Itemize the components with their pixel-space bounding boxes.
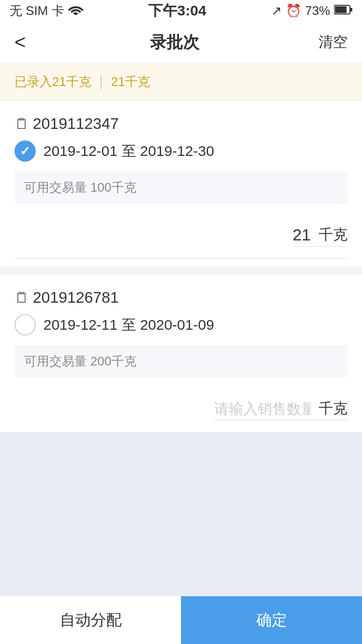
back-button[interactable]: < <box>10 27 30 58</box>
batch-card-1-inner: 🗒 2019112347 2019-12-01 至 2019-12-30 可用交… <box>0 100 362 204</box>
battery-icon <box>334 3 352 18</box>
batch-date-row-2[interactable]: 2019-12-11 至 2020-01-09 <box>14 314 348 336</box>
batch-available-2: 可用交易量 200千克 <box>14 345 348 378</box>
batch-date-1: 2019-12-01 至 2019-12-30 <box>43 141 214 161</box>
section-divider <box>0 266 362 274</box>
info-divider <box>101 75 101 89</box>
location-icon: ↗ <box>271 3 282 18</box>
quantity-unit-1: 千克 <box>319 225 348 245</box>
radio-checked-1[interactable] <box>14 140 36 162</box>
quantity-input-2[interactable] <box>214 401 311 417</box>
info-bar: 已录入21千克 21千克 <box>0 64 362 100</box>
wifi-icon <box>68 3 84 18</box>
input-row-2[interactable]: 千克 <box>0 387 362 433</box>
svg-rect-3 <box>335 6 347 13</box>
batch-id-row-2: 🗒 2019126781 <box>14 289 348 307</box>
quantity-row-1: 21 千克 <box>0 213 362 258</box>
batch-id-2: 2019126781 <box>33 289 119 307</box>
input-unit-2: 千克 <box>319 399 348 419</box>
bottom-bar: 自动分配 确定 <box>0 596 362 644</box>
batch-id-1: 2019112347 <box>33 115 119 133</box>
batch-card-2-inner: 🗒 2019126781 2019-12-11 至 2020-01-09 可用交… <box>0 274 362 378</box>
batch-icon-2: 🗒 <box>14 290 29 306</box>
time-display: 下午3:04 <box>148 1 206 21</box>
status-right: ↗ ⏰ 73% <box>271 3 352 18</box>
batch-date-2: 2019-12-11 至 2020-01-09 <box>43 315 214 335</box>
batch-card-2: 🗒 2019126781 2019-12-11 至 2020-01-09 可用交… <box>0 274 362 433</box>
no-sim-text: 无 SIM 卡 <box>10 2 64 19</box>
battery-text: 73% <box>305 3 330 18</box>
confirm-button[interactable]: 确定 <box>181 596 362 644</box>
radio-unchecked-2[interactable] <box>14 314 36 336</box>
alarm-icon: ⏰ <box>286 3 301 18</box>
batch-icon-1: 🗒 <box>14 116 29 132</box>
page-title: 录批次 <box>150 31 199 54</box>
svg-rect-2 <box>350 8 352 12</box>
recorded-amount-label: 已录入21千克 <box>14 73 91 90</box>
status-bar: 无 SIM 卡 下午3:04 ↗ ⏰ 73% <box>0 0 362 21</box>
nav-bar: < 录批次 清空 <box>0 21 362 64</box>
auto-distribute-button[interactable]: 自动分配 <box>0 596 181 644</box>
batch-available-1: 可用交易量 100千克 <box>14 171 348 204</box>
clear-button[interactable]: 清空 <box>319 32 348 52</box>
quantity-value-1: 21 <box>292 225 311 244</box>
batch-card-1: 🗒 2019112347 2019-12-01 至 2019-12-30 可用交… <box>0 100 362 266</box>
recorded-amount-value: 21千克 <box>111 73 150 90</box>
batch-id-row-1: 🗒 2019112347 <box>14 115 348 133</box>
batch-date-row-1[interactable]: 2019-12-01 至 2019-12-30 <box>14 140 348 162</box>
status-left: 无 SIM 卡 <box>10 2 84 19</box>
